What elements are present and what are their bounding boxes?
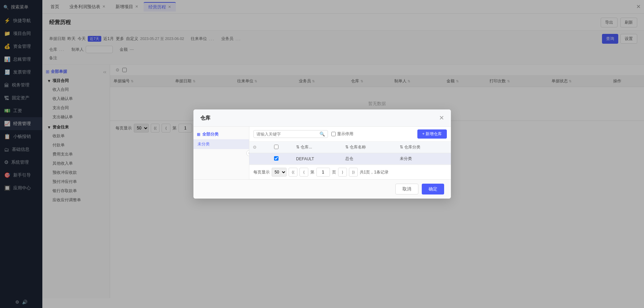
modal-table-row[interactable]: DEFAULT 总仓 未分类 xyxy=(249,153,451,165)
modal-row-name: 总仓 xyxy=(342,153,396,165)
show-disabled-label[interactable]: 显示停用 xyxy=(331,131,353,137)
modal-gear-icon[interactable]: ⚙ xyxy=(253,145,257,150)
search-icon-modal: 🔍 xyxy=(319,131,325,137)
warehouse-modal: 仓库 ✕ ⊞ 全部分类 未分类 ‹ xyxy=(193,109,451,199)
modal-col-name: ⇅ 仓库名称 xyxy=(342,142,396,153)
modal-first-btn[interactable]: ⟨⟨ xyxy=(289,168,297,177)
sort-icon-name: ⇅ xyxy=(345,145,349,149)
modal-prev-btn[interactable]: ⟨ xyxy=(299,168,308,177)
modal-col-gear: ⚙ xyxy=(249,142,271,153)
modal-per-page-select[interactable]: 50 xyxy=(272,168,287,177)
show-disabled-checkbox[interactable] xyxy=(331,132,336,136)
modal-page-input[interactable] xyxy=(316,168,330,177)
sort-icon-code: ⇅ xyxy=(296,145,299,149)
confirm-button[interactable]: 确定 xyxy=(422,184,444,194)
modal-footer: 取消 确定 xyxy=(193,179,451,199)
modal-all-categories[interactable]: ⊞ 全部分类 xyxy=(193,129,249,139)
modal-total-label: 共1页，1条记录 xyxy=(360,169,389,175)
add-warehouse-btn[interactable]: + 新增仓库 xyxy=(417,129,446,139)
modal-table-area: ⚙ ⇅ 仓库... ⇅ 仓库名称 xyxy=(249,142,451,165)
modal-col-category: ⇅ 仓库分类 xyxy=(396,142,451,153)
modal-search-box: 🔍 xyxy=(253,130,328,138)
sort-icon-cat: ⇅ xyxy=(400,145,403,149)
modal-row-select[interactable] xyxy=(274,156,278,161)
modal-row-category: 未分类 xyxy=(396,153,451,165)
modal-title: 仓库 xyxy=(200,115,210,121)
modal-right-panel: 🔍 显示停用 + 新增仓库 ⚙ xyxy=(249,127,451,179)
modal-pagination: 每页显示 50 ⟨⟨ ⟨ 第 页 ⟩ ⟩⟩ 共1页，1条记录 xyxy=(249,165,451,179)
cancel-button[interactable]: 取消 xyxy=(395,184,418,194)
modal-header-row: ⚙ ⇅ 仓库... ⇅ 仓库名称 xyxy=(249,142,451,153)
modal-row-code: DEFAULT xyxy=(293,153,342,165)
collapse-icon: ‹ xyxy=(249,151,249,155)
modal-per-page-label: 每页显示 xyxy=(253,169,270,175)
modal-overlay: 仓库 ✕ ⊞ 全部分类 未分类 ‹ xyxy=(0,0,644,308)
modal-select-all[interactable] xyxy=(274,145,278,149)
modal-left-panel: ⊞ 全部分类 未分类 ‹ xyxy=(193,127,249,179)
modal-close-icon[interactable]: ✕ xyxy=(439,114,444,122)
modal-page-end: 页 xyxy=(332,169,336,175)
modal-col-code: ⇅ 仓库... xyxy=(293,142,342,153)
modal-uncategorized-item[interactable]: 未分类 xyxy=(193,139,249,149)
all-categories-label: 全部分类 xyxy=(202,131,219,137)
modal-body: ⊞ 全部分类 未分类 ‹ 🔍 xyxy=(193,127,451,179)
modal-row-gear xyxy=(249,153,271,165)
modal-table: ⚙ ⇅ 仓库... ⇅ 仓库名称 xyxy=(249,142,451,165)
grid-icon-modal: ⊞ xyxy=(197,132,200,137)
modal-next-btn[interactable]: ⟩ xyxy=(338,168,347,177)
modal-search-input[interactable] xyxy=(256,132,317,137)
uncategorized-label: 未分类 xyxy=(198,142,210,146)
modal-page-label: 第 xyxy=(310,169,314,175)
modal-toolbar: 🔍 显示停用 + 新增仓库 xyxy=(249,127,451,142)
show-disabled-text: 显示停用 xyxy=(337,131,353,137)
modal-header: 仓库 ✕ xyxy=(193,109,451,127)
modal-last-btn[interactable]: ⟩⟩ xyxy=(349,168,358,177)
modal-row-checkbox xyxy=(271,153,293,165)
modal-col-checkbox xyxy=(271,142,293,153)
collapse-modal-left[interactable]: ‹ xyxy=(246,150,249,156)
